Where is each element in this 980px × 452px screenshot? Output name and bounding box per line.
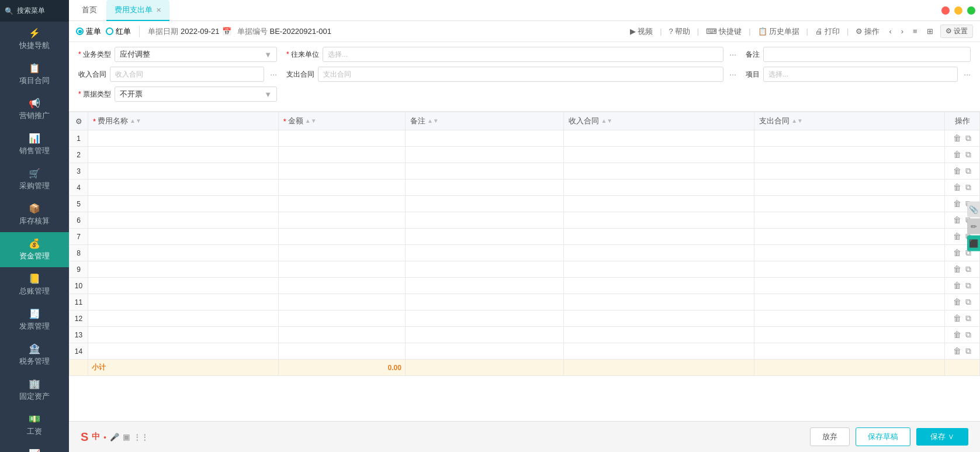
copy-icon[interactable]: ⧉ bbox=[965, 313, 971, 323]
remark-cell[interactable] bbox=[405, 130, 563, 147]
income-contract-cell[interactable] bbox=[564, 261, 754, 278]
calendar-icon[interactable]: 📅 bbox=[222, 27, 231, 36]
delete-icon[interactable]: 🗑 bbox=[953, 346, 961, 356]
remark-cell[interactable] bbox=[405, 163, 563, 180]
sticky-green-btn[interactable]: ⬛ bbox=[967, 235, 980, 251]
expense-contract-cell[interactable] bbox=[754, 212, 945, 229]
income-contract-cell[interactable] bbox=[564, 343, 754, 360]
help-btn[interactable]: ? 帮助 bbox=[667, 25, 692, 38]
remark-cell[interactable] bbox=[405, 212, 563, 229]
shortcut-btn[interactable]: ⌨ 快捷键 bbox=[704, 25, 744, 38]
expense-name-cell[interactable] bbox=[88, 163, 279, 180]
expense-name-cell[interactable] bbox=[88, 147, 279, 163]
expense-contract-cell[interactable] bbox=[754, 196, 945, 212]
income-contract-cell[interactable] bbox=[564, 147, 754, 163]
sidebar-item-fixed-assets[interactable]: 🏢 固定资产 bbox=[0, 372, 69, 408]
amount-cell[interactable] bbox=[278, 229, 405, 245]
amount-cell[interactable] bbox=[278, 245, 405, 261]
delete-icon[interactable]: 🗑 bbox=[953, 199, 961, 208]
income-contract-cell[interactable] bbox=[564, 180, 754, 196]
remark-cell[interactable] bbox=[405, 245, 563, 261]
tab-home[interactable]: 首页 bbox=[74, 0, 105, 21]
sidebar-item-sales-mgmt[interactable]: 📊 销售管理 bbox=[0, 127, 69, 162]
expense-contract-cell[interactable] bbox=[754, 327, 945, 343]
expense-name-cell[interactable] bbox=[88, 196, 279, 212]
sidebar-item-ledger[interactable]: 📒 总账管理 bbox=[0, 267, 69, 302]
income-contract-cell[interactable] bbox=[564, 294, 754, 310]
expense-contract-cell[interactable] bbox=[754, 343, 945, 360]
invoice-type-select[interactable]: 不开票 ▼ bbox=[115, 87, 277, 102]
income-contract-cell[interactable] bbox=[564, 229, 754, 245]
expense-contract-cell[interactable] bbox=[754, 229, 945, 245]
expense-contract-cell[interactable] bbox=[754, 310, 945, 327]
amount-cell[interactable] bbox=[278, 310, 405, 327]
sidebar-item-salary[interactable]: 💵 工资 bbox=[0, 408, 69, 443]
copy-icon[interactable]: ⧉ bbox=[965, 166, 971, 175]
settings-btn[interactable]: ⚙ 设置 bbox=[940, 25, 973, 38]
th-gear[interactable]: ⚙ bbox=[70, 112, 88, 130]
income-contract-input[interactable]: 收入合同 bbox=[110, 67, 264, 82]
date-value[interactable]: 2022-09-21 bbox=[181, 27, 220, 36]
sidebar-item-inventory[interactable]: 📦 库存核算 bbox=[0, 197, 69, 232]
remark-cell[interactable] bbox=[405, 310, 563, 327]
expense-contract-more-icon[interactable]: ··· bbox=[729, 70, 736, 79]
amount-cell[interactable] bbox=[278, 147, 405, 163]
th-remark[interactable]: 备注 ▲▼ bbox=[405, 112, 563, 130]
sidebar-item-invoice-mgmt[interactable]: 🧾 发票管理 bbox=[0, 302, 69, 337]
sidebar-item-operations[interactable]: 📈 经营管理 bbox=[0, 443, 69, 452]
window-max-btn[interactable] bbox=[967, 6, 975, 15]
copy-icon[interactable]: ⧉ bbox=[965, 133, 971, 143]
expense-contract-cell[interactable] bbox=[754, 294, 945, 310]
copy-icon[interactable]: ⧉ bbox=[965, 182, 971, 192]
amount-cell[interactable] bbox=[278, 196, 405, 212]
delete-icon[interactable]: 🗑 bbox=[953, 133, 961, 143]
expense-name-cell[interactable] bbox=[88, 261, 279, 278]
copy-icon[interactable]: ⧉ bbox=[965, 281, 971, 290]
history-btn[interactable]: 📋 历史单据 bbox=[756, 25, 802, 38]
expense-name-cell[interactable] bbox=[88, 212, 279, 229]
remark-cell[interactable] bbox=[405, 278, 563, 294]
amount-cell[interactable] bbox=[278, 130, 405, 147]
income-contract-cell[interactable] bbox=[564, 310, 754, 327]
amount-cell[interactable] bbox=[278, 163, 405, 180]
expense-contract-cell[interactable] bbox=[754, 245, 945, 261]
th-amount[interactable]: * 金额 ▲▼ bbox=[278, 112, 405, 130]
delete-icon[interactable]: 🗑 bbox=[953, 248, 961, 257]
video-btn[interactable]: ▶ 视频 bbox=[628, 25, 655, 38]
income-contract-cell[interactable] bbox=[564, 163, 754, 180]
remark-cell[interactable] bbox=[405, 196, 563, 212]
window-close-btn[interactable] bbox=[941, 6, 950, 15]
remark-cell[interactable] bbox=[405, 229, 563, 245]
tab-expense-form[interactable]: 费用支出单✕ bbox=[106, 0, 169, 21]
delete-icon[interactable]: 🗑 bbox=[953, 330, 961, 339]
remark-cell[interactable] bbox=[405, 180, 563, 196]
copy-icon[interactable]: ⧉ bbox=[965, 264, 971, 274]
copy-icon[interactable]: ⧉ bbox=[965, 297, 971, 306]
remark-cell[interactable] bbox=[405, 147, 563, 163]
expense-contract-cell[interactable] bbox=[754, 180, 945, 196]
expense-contract-cell[interactable] bbox=[754, 261, 945, 278]
expense-contract-input[interactable]: 支出合同 bbox=[318, 67, 723, 82]
amount-cell[interactable] bbox=[278, 180, 405, 196]
amount-cell[interactable] bbox=[278, 261, 405, 278]
expense-contract-cell[interactable] bbox=[754, 130, 945, 147]
partner-input[interactable]: 选择... bbox=[323, 47, 723, 62]
sidebar-item-tax-mgmt[interactable]: 🏦 税务管理 bbox=[0, 337, 69, 372]
nav-next-btn[interactable]: › bbox=[899, 26, 906, 37]
delete-icon[interactable]: 🗑 bbox=[953, 313, 961, 323]
expense-name-cell[interactable] bbox=[88, 229, 279, 245]
sidebar-item-quick-nav[interactable]: ⚡ 快捷导航 bbox=[0, 22, 69, 57]
discard-button[interactable]: 放弃 bbox=[810, 427, 850, 446]
tab-close-expense-form[interactable]: ✕ bbox=[156, 6, 161, 13]
sidebar-search[interactable]: 🔍 搜索菜单 bbox=[0, 0, 69, 22]
expense-name-cell[interactable] bbox=[88, 310, 279, 327]
remark-cell[interactable] bbox=[405, 327, 563, 343]
remark-cell[interactable] bbox=[405, 294, 563, 310]
window-min-btn[interactable] bbox=[954, 6, 962, 15]
expense-name-cell[interactable] bbox=[88, 327, 279, 343]
delete-icon[interactable]: 🗑 bbox=[953, 182, 961, 192]
delete-icon[interactable]: 🗑 bbox=[953, 166, 961, 175]
sidebar-item-marketing[interactable]: 📢 营销推广 bbox=[0, 92, 69, 127]
expense-name-cell[interactable] bbox=[88, 245, 279, 261]
print-btn[interactable]: 🖨 打印 bbox=[813, 25, 842, 38]
